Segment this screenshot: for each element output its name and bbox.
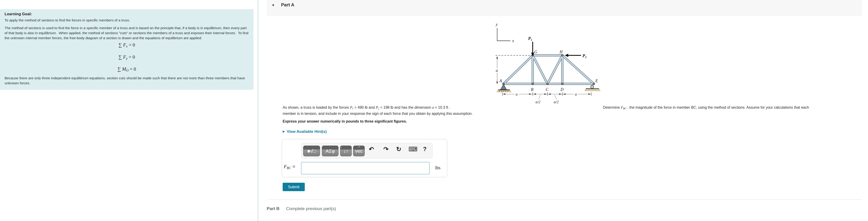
joint-g-label: G: [534, 50, 537, 54]
joint-b-label: B: [531, 87, 533, 92]
dim-a-right-label: a: [575, 92, 577, 96]
section-divider: [267, 199, 862, 200]
panel-divider: [258, 0, 258, 221]
learning-goal-panel: Learning Goal: To apply the method of se…: [0, 9, 253, 90]
equation-sum-fx: ∑ Fx = 0: [5, 42, 249, 50]
hint-caret-icon: ▶: [283, 130, 285, 133]
learning-goal-intro: To apply the method of sections to find …: [5, 18, 249, 23]
equation-templates-button[interactable]: ■√□: [303, 146, 320, 156]
learning-goal-body: The method of sections is used to find t…: [5, 26, 249, 40]
part-b-status: Complete previous part(s): [286, 206, 336, 211]
equation-sum-mo: ∑ MO = 0: [5, 66, 249, 73]
part-a-title: Part A: [281, 2, 294, 7]
pin-support: [501, 84, 506, 90]
math-input-toolbar: ■√□ ΑΣφ * ↓↑ ⇀ vec ↶ ↷ ↻ ⌨ ?: [301, 143, 433, 158]
dim-a2-right-label: a/2: [554, 100, 559, 104]
undo-icon[interactable]: ↶: [369, 146, 374, 152]
scripts-button[interactable]: * ↓↑: [340, 146, 352, 156]
answer-input[interactable]: [301, 162, 429, 174]
part-b-title: Part B: [267, 206, 279, 211]
express-instruction: Express your answer numerically in pound…: [283, 119, 407, 124]
problem-statement-line1: As shown, a truss is loaded by the force…: [283, 105, 450, 110]
equation-sum-fy: ∑ Fy = 0: [5, 54, 249, 62]
part-a-header: ▼ Part A: [267, 0, 862, 16]
reset-icon[interactable]: ↻: [396, 146, 401, 152]
dim-a-left-label: a: [516, 92, 518, 96]
hint-label: View Available Hint(s): [287, 129, 327, 134]
joint-h-label: H: [559, 50, 563, 54]
submit-button[interactable]: Submit: [283, 183, 305, 191]
vector-badge: ⇀: [358, 146, 360, 149]
problem-statement-line1-cont: Determine FBC , the magnitude of the for…: [603, 105, 809, 110]
truss-figure: y x a: [494, 21, 608, 105]
greek-symbols-button[interactable]: ΑΣφ: [322, 146, 339, 156]
equation-templates-icon: ■√□: [308, 149, 316, 153]
greek-symbols-icon: ΑΣφ: [326, 149, 335, 153]
height-dim-label: a: [496, 68, 498, 73]
keyboard-icon[interactable]: ⌨: [408, 146, 417, 152]
force-p2-label: P2: [582, 53, 587, 59]
learning-goal-footer: Because there are only three independent…: [5, 76, 249, 86]
joint-c-label: C: [546, 87, 549, 92]
joint-a-label: A: [499, 78, 502, 83]
problem-statement-line2: member is in tension, and include in you…: [283, 112, 472, 116]
joint-e-label: E: [595, 78, 598, 83]
roller-ground-shade: [584, 89, 600, 91]
dim-a2-left-label: a/2: [535, 100, 540, 104]
joint-d-label: D: [560, 87, 563, 92]
axes-lines: [497, 28, 510, 41]
learning-goal-title: Learning Goal:: [5, 12, 249, 17]
scripts-badge: *: [341, 147, 342, 150]
mastering-problem-page: { "learning_panel": { "title": "Learning…: [0, 0, 868, 221]
axis-y-label: y: [495, 22, 498, 27]
collapse-caret-icon[interactable]: ▼: [272, 3, 275, 7]
force-p1-label: P1: [528, 36, 532, 41]
bottom-dimension: a a a/2 a/2: [502, 92, 591, 104]
scripts-icon: ↓↑: [343, 149, 348, 153]
vector-icon: vec: [355, 149, 363, 153]
view-hints-link[interactable]: ▶View Available Hint(s): [283, 129, 327, 134]
roller-support: [591, 85, 594, 88]
axis-x-label: x: [512, 38, 514, 43]
vector-button[interactable]: ⇀ vec: [353, 146, 365, 156]
answer-unit-label: lbs: [435, 165, 440, 170]
redo-icon[interactable]: ↷: [383, 146, 389, 152]
part-b-header: Part B Complete previous part(s): [267, 206, 336, 211]
answer-module: ■√□ ΑΣφ * ↓↑ ⇀ vec ↶ ↷ ↻ ⌨ ? FBC = lbs: [282, 139, 447, 177]
pin-ground-shade: [496, 90, 512, 92]
help-icon[interactable]: ?: [423, 146, 427, 152]
answer-variable-label: FBC =: [284, 164, 295, 170]
